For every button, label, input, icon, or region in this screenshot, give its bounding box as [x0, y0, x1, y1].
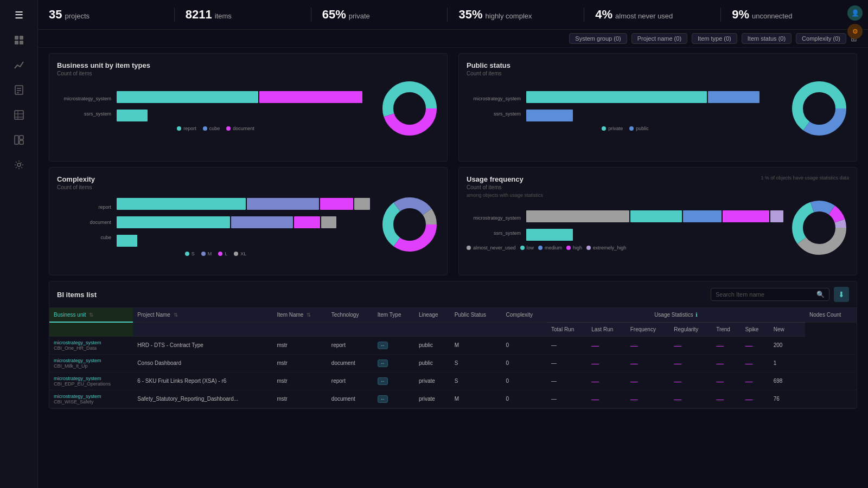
chart-usage-note: 1 % of objects have usage statistics dat…	[761, 175, 849, 181]
cell-public-status: public	[414, 336, 450, 354]
pub-bar-label-0: microstrategy_system	[467, 96, 521, 101]
cell-lineage[interactable]: ↔	[373, 336, 414, 354]
sidebar-item-menu[interactable]: ☰	[9, 5, 29, 25]
cell-item-name: Conso Dashboard	[133, 354, 272, 372]
stat-private-label: private	[349, 12, 370, 20]
table-container: Business unit ⇅ Project Name ⇅ Item Name…	[49, 308, 857, 408]
sidebar: ☰	[0, 0, 38, 488]
th-project-name[interactable]: Project Name ⇅	[133, 308, 272, 322]
sidebar-item-dashboard[interactable]	[9, 30, 29, 50]
chart-complexity-subtitle: Count of items	[57, 184, 439, 190]
charts-row-2: Complexity Count of items report documen…	[49, 167, 857, 275]
stat-items: 8211 items	[175, 8, 311, 22]
sidebar-item-settings[interactable]	[9, 155, 29, 175]
svg-rect-8	[15, 111, 23, 119]
table-row[interactable]: microstrategy_systemCBI_One_HR_Data HRD …	[49, 336, 857, 354]
th-last-run: Last Run	[587, 322, 626, 336]
usage-bar-label-0: microstrategy_system	[467, 215, 521, 221]
sidebar-item-grid[interactable]	[9, 130, 29, 150]
cell-complexity: M	[450, 336, 502, 354]
chart-business-unit-title: Business unit by item types	[57, 61, 439, 69]
download-button[interactable]: ⬇	[834, 287, 849, 302]
cell-technology: mstr	[273, 336, 327, 354]
filter-item-status[interactable]: Item status (0)	[742, 33, 792, 44]
cell-item-type: report	[327, 336, 373, 354]
search-box[interactable]: 🔍	[711, 288, 829, 301]
cell-last-run: —	[547, 354, 587, 372]
donut-business-unit	[380, 79, 439, 138]
svg-rect-12	[15, 136, 18, 144]
th-item-type: Item Type	[373, 308, 414, 322]
bar-row-0	[117, 91, 374, 103]
svg-rect-13	[20, 136, 23, 139]
cell-trend: —	[669, 372, 712, 390]
cell-complexity: S	[450, 372, 502, 390]
cell-public-status: public	[414, 354, 450, 372]
usage-bar-row-0	[526, 210, 784, 222]
sidebar-item-reports[interactable]	[9, 80, 29, 100]
sidebar-item-analytics[interactable]	[9, 55, 29, 75]
cmp-bar-row-2	[117, 235, 374, 247]
settings-top-icon[interactable]: ⚙	[847, 24, 863, 39]
th-frequency: Frequency	[626, 322, 670, 336]
chart-usage-subtitle2: among objects with usage statistics	[467, 192, 543, 198]
cell-regularity: —	[626, 336, 670, 354]
cell-technology: mstr	[273, 372, 327, 390]
cell-item-name: 6 - SKU Fruit Links Report (XSA) - r6	[133, 372, 272, 390]
cell-new: —	[741, 372, 769, 390]
search-input[interactable]	[716, 291, 813, 298]
donut-public-status	[789, 79, 849, 138]
th-lineage: Lineage	[414, 308, 450, 322]
main-content: 35 projects 8211 items 65% private 35% h…	[38, 0, 868, 488]
filter-item-type[interactable]: Item type (0)	[692, 33, 737, 44]
cell-lineage[interactable]: ↔	[373, 390, 414, 408]
svg-rect-1	[20, 36, 23, 40]
cell-complexity: M	[450, 390, 502, 408]
stat-unconnected: 9% unconnected	[721, 8, 857, 22]
cell-regularity: —	[626, 390, 670, 408]
stat-complex-number: 35%	[458, 8, 482, 22]
cell-last-run: —	[547, 390, 587, 408]
th-business-unit: Business unit ⇅	[49, 308, 133, 322]
cell-public-status: private	[414, 372, 450, 390]
chart-complexity-title: Complexity	[57, 175, 439, 183]
cell-nodes-count: 76	[769, 390, 794, 408]
complexity-legend: S M L XL	[57, 251, 374, 256]
chart-usage-frequency: Usage frequency Count of items among obj…	[458, 167, 857, 275]
svg-point-15	[17, 163, 21, 166]
cell-last-run: —	[547, 336, 587, 354]
th-regularity: Regularity	[669, 322, 712, 336]
chart-public-status-subtitle: Count of items	[467, 70, 849, 76]
sidebar-item-table[interactable]	[9, 105, 29, 125]
cell-trend: —	[669, 390, 712, 408]
donut-complexity	[380, 195, 439, 254]
user-icon[interactable]: 👤	[847, 5, 863, 21]
th-spike: Spike	[741, 322, 769, 336]
cmp-bar-label-0: report	[57, 204, 111, 210]
stat-never-used-label: almost never used	[615, 12, 673, 20]
cell-trend: —	[669, 336, 712, 354]
stat-projects-number: 35	[49, 8, 62, 22]
filter-project-name[interactable]: Project name (0)	[631, 33, 687, 44]
cell-item-type: document	[327, 354, 373, 372]
charts-row-1: Business unit by item types Count of ite…	[49, 53, 857, 162]
cell-frequency: —	[587, 390, 626, 408]
svg-rect-3	[20, 41, 23, 44]
filter-system-group[interactable]: System group (0)	[569, 33, 627, 44]
cell-technology: mstr	[273, 354, 327, 372]
table-row[interactable]: microstrategy_systemCBI_Milk_It_Up Conso…	[49, 354, 857, 372]
items-list-title: BI items list	[57, 291, 97, 299]
th-public-status: Public Status	[450, 308, 502, 322]
business-unit-legend: report cube document	[57, 126, 374, 131]
cell-lineage[interactable]: ↔	[373, 372, 414, 390]
cell-new: —	[741, 336, 769, 354]
th-item-name[interactable]: Item Name ⇅	[273, 308, 327, 322]
stat-private: 65% private	[311, 8, 448, 22]
cell-item-name: HRD - DTS - Contract Type	[133, 336, 272, 354]
cell-lineage[interactable]: ↔	[373, 354, 414, 372]
filter-complexity[interactable]: Complexity (0)	[796, 33, 846, 44]
donut-usage	[789, 198, 849, 258]
bar-label-1: ssrs_system	[57, 111, 111, 117]
table-row[interactable]: microstrategy_systemCBI_EDP_EU_Operation…	[49, 372, 857, 390]
table-row[interactable]: microstrategy_systemCBI_WISE_Safety Safe…	[49, 390, 857, 408]
